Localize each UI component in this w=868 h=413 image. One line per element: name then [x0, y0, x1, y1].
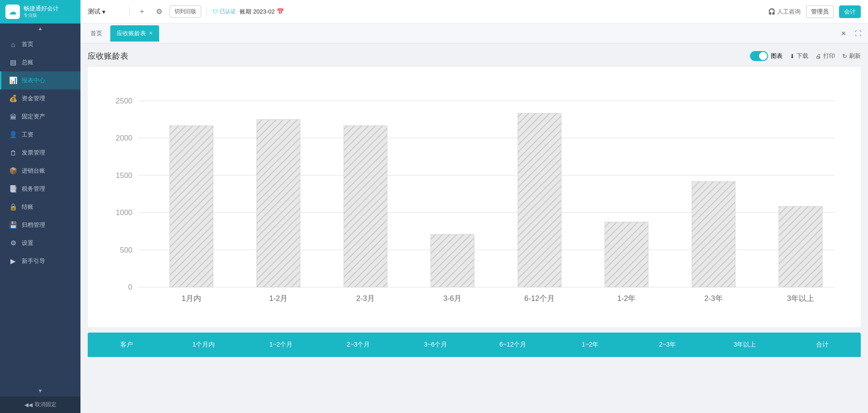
close-icon: 🔒 — [9, 203, 17, 211]
assets-icon: 🏛 — [9, 113, 17, 121]
svg-text:1-2月: 1-2月 — [269, 294, 288, 302]
guide-icon: ▶ — [9, 257, 17, 265]
role-button[interactable]: 会计 — [839, 5, 861, 18]
sidebar-item-label-home: 首页 — [22, 40, 33, 48]
chart-label: 图表 — [771, 52, 783, 60]
consult-button[interactable]: 🎧 人工咨询 — [768, 8, 801, 16]
tab-aging-label: 应收账龄表 — [117, 29, 146, 38]
table-header-cell: 1个月内 — [165, 333, 242, 357]
topbar: 测试 ▾ ＋ ⚙ 切到旧版 🛡 已认证 账期 2023-02 📅 🎧 人工咨询 … — [80, 0, 868, 23]
tab-home[interactable]: 首页 — [84, 25, 108, 42]
sidebar-item-label-reports: 报表中心 — [22, 76, 45, 84]
calendar-icon[interactable]: 📅 — [277, 8, 284, 15]
sidebar-item-assets[interactable]: 🏛固定资产 — [0, 108, 80, 126]
chart-container: 0 500 1000 1500 2000 2500 1月内 1-2月 2-3月 … — [88, 67, 861, 327]
table-header-cell: 3年以上 — [706, 333, 783, 357]
svg-text:3年以上: 3年以上 — [787, 294, 814, 302]
page-title: 应收账龄表 — [88, 51, 128, 61]
content-area: 应收账龄表 图表 ⬇ 下载 🖨 打印 ↻ 刷新 — [80, 43, 868, 413]
headset-icon: 🎧 — [768, 8, 775, 15]
switch-old-button[interactable]: 切到旧版 — [170, 5, 201, 18]
table-header-cell: 3~6个月 — [397, 333, 474, 357]
sidebar-logo: ☁ 畅捷通好会计 专业版 — [0, 0, 80, 23]
sidebar-item-reports[interactable]: 📊报表中心 — [0, 71, 80, 89]
sidebar-nav: ⌂首页▤总账📊报表中心💰资金管理🏛固定资产👤工资🗒发票管理📦进销台账📑税务管理🔒… — [0, 33, 80, 386]
cancel-fixed-button[interactable]: ◀◀ 取消固定 — [0, 396, 80, 413]
svg-rect-14 — [257, 119, 300, 287]
sidebar-item-sales[interactable]: 📦进销台账 — [0, 162, 80, 180]
table-header: 客户1个月内1~2个月2~3个月3~6个月6~12个月1~2年2~3年3年以上合… — [88, 333, 861, 357]
svg-rect-16 — [344, 126, 387, 287]
download-button[interactable]: ⬇ 下载 — [790, 52, 808, 60]
svg-rect-22 — [605, 222, 648, 287]
settings-icon[interactable]: ⚙ — [152, 5, 166, 19]
refresh-button[interactable]: ↻ 刷新 — [842, 52, 861, 60]
sidebar-item-label-invoices: 发票管理 — [22, 149, 45, 157]
table-header-cell: 2~3个月 — [320, 333, 397, 357]
sidebar-scroll-down[interactable]: ▼ — [0, 386, 80, 396]
svg-text:2000: 2000 — [116, 134, 132, 142]
sidebar-item-settings[interactable]: ⚙设置 — [0, 234, 80, 252]
tax-icon: 📑 — [9, 185, 17, 193]
table-header-cell: 2~3年 — [629, 333, 706, 357]
toggle-knob — [759, 52, 767, 60]
sidebar-item-guide[interactable]: ▶新手引导 — [0, 252, 80, 270]
tab-close-button[interactable]: ✕ — [837, 27, 850, 40]
sidebar-item-label-archive: 归档管理 — [22, 221, 45, 229]
period-display: 账期 2023-02 📅 — [240, 8, 284, 16]
svg-text:3-6月: 3-6月 — [443, 294, 462, 302]
svg-text:1月内: 1月内 — [182, 294, 201, 302]
sidebar-item-home[interactable]: ⌂首页 — [0, 35, 80, 53]
tabbar: 首页 应收账龄表 ✕ ✕ ⛶ — [80, 23, 868, 43]
sidebar-item-label-settings: 设置 — [22, 239, 33, 247]
tab-aging-close[interactable]: ✕ — [149, 30, 153, 36]
sidebar-item-label-funds: 资金管理 — [22, 94, 45, 103]
sidebar-item-tax[interactable]: 📑税务管理 — [0, 180, 80, 198]
svg-text:1500: 1500 — [116, 171, 132, 179]
table-header-cell: 1~2年 — [552, 333, 629, 357]
logo-name: 畅捷通好会计 — [24, 5, 59, 13]
topbar-divider-2 — [207, 7, 207, 16]
sidebar-item-label-tax: 税务管理 — [22, 185, 45, 193]
logo-icon: ☁ — [5, 5, 20, 19]
table-header-cell: 6~12个月 — [474, 333, 552, 357]
sidebar-item-label-assets: 固定资产 — [22, 113, 45, 121]
svg-rect-12 — [170, 126, 213, 287]
main-area: 测试 ▾ ＋ ⚙ 切到旧版 🛡 已认证 账期 2023-02 📅 🎧 人工咨询 … — [80, 0, 868, 413]
sidebar-scroll-up[interactable]: ▲ — [0, 23, 80, 33]
tab-expand-button[interactable]: ⛶ — [852, 27, 864, 40]
add-button[interactable]: ＋ — [135, 5, 149, 19]
logo-sub: 专业版 — [24, 12, 59, 19]
svg-text:1000: 1000 — [116, 208, 132, 216]
sidebar-item-funds[interactable]: 💰资金管理 — [0, 89, 80, 108]
funds-icon: 💰 — [9, 94, 17, 103]
page-actions: 图表 ⬇ 下载 🖨 打印 ↻ 刷新 — [750, 51, 861, 61]
svg-text:2-3月: 2-3月 — [356, 294, 375, 302]
pin-icon: ◀◀ — [24, 402, 33, 408]
sidebar-item-label-ledger: 总账 — [22, 58, 33, 66]
sidebar-item-ledger[interactable]: ▤总账 — [0, 53, 80, 71]
print-button[interactable]: 🖨 打印 — [816, 52, 835, 60]
tab-aging[interactable]: 应收账龄表 ✕ — [110, 25, 159, 42]
manager-button[interactable]: 管理员 — [806, 5, 834, 18]
dropdown-icon: ▾ — [102, 8, 105, 15]
company-selector[interactable]: 测试 ▾ — [88, 8, 124, 16]
print-icon: 🖨 — [816, 53, 821, 60]
sidebar-item-archive[interactable]: 💾归档管理 — [0, 216, 80, 234]
logo-text-block: 畅捷通好会计 专业版 — [24, 5, 59, 19]
topbar-divider-1 — [129, 7, 130, 16]
sidebar-item-label-guide: 新手引导 — [22, 257, 45, 265]
chart-toggle[interactable] — [750, 51, 768, 61]
svg-text:6-12个月: 6-12个月 — [524, 294, 555, 302]
sidebar-item-payroll[interactable]: 👤工资 — [0, 126, 80, 144]
topbar-right: 🎧 人工咨询 管理员 会计 — [768, 5, 861, 18]
sidebar-item-label-sales: 进销台账 — [22, 167, 45, 175]
table-header-cell: 1~2个月 — [242, 333, 320, 357]
home-icon: ⌂ — [9, 40, 17, 48]
svg-rect-24 — [692, 182, 735, 287]
sidebar-item-invoices[interactable]: 🗒发票管理 — [0, 144, 80, 162]
svg-text:0: 0 — [128, 283, 132, 291]
table-header-cell: 合计 — [783, 333, 861, 357]
sidebar-item-close[interactable]: 🔒结账 — [0, 198, 80, 216]
cert-icon: 🛡 — [212, 9, 218, 15]
